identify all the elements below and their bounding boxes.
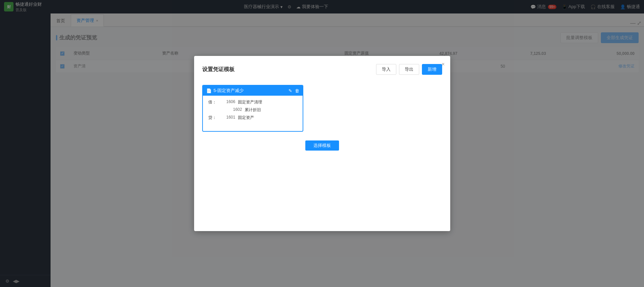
import-button[interactable]: 导入 [376,64,396,75]
template-card: 📄 5-固定资产减少 ✎ 🗑 借： 1606 固定资产清理 [202,85,303,132]
modal-header: 设置凭证模板 导入 导出 新增 [202,64,442,75]
entry-code-1: 1606 [226,99,236,105]
entry-account-2: 累计折旧 [243,107,302,113]
modal-close-button[interactable]: × [441,61,444,67]
template-card-header-left: 📄 5-固定资产减少 [206,88,244,94]
modal-actions: 导入 导出 新增 [376,64,442,75]
template-row-1: 借： 1606 固定资产清理 [203,98,303,106]
entry-account-3: 固定资产 [237,115,302,121]
entry-account-1: 固定资产清理 [237,99,302,105]
select-template-button[interactable]: 选择模板 [305,140,339,151]
edit-template-icon[interactable]: ✎ [288,88,292,93]
entry-side-3: 贷： [203,115,226,121]
template-area: 📄 5-固定资产减少 ✎ 🗑 借： 1606 固定资产清理 [202,82,442,135]
template-row-3: 贷： 1601 固定资产 [203,114,303,122]
template-name: 5-固定资产减少 [214,88,244,94]
modal-overlay: × 设置凭证模板 导入 导出 新增 📄 5-固定资产减少 ✎ [0,0,644,287]
template-row-2: 1602 累计折旧 [203,106,303,114]
entry-code-2: 1602 [233,107,242,113]
template-card-body: 借： 1606 固定资产清理 1602 累计折旧 贷： 1601 固定资产 [203,96,303,131]
new-button[interactable]: 新增 [422,64,442,75]
entry-side-1: 借： [203,99,226,105]
template-card-header: 📄 5-固定资产减少 ✎ 🗑 [203,86,303,96]
template-row-empty [203,122,303,128]
delete-template-icon[interactable]: 🗑 [295,88,299,93]
modal-title: 设置凭证模板 [202,66,235,73]
template-card-header-right: ✎ 🗑 [288,88,299,93]
entry-code-3: 1601 [226,115,236,121]
template-file-icon: 📄 [206,88,212,93]
select-template-container: 选择模板 [202,140,442,151]
modal-dialog: × 设置凭证模板 导入 导出 新增 📄 5-固定资产减少 ✎ [194,56,450,231]
entry-side-2 [203,107,226,113]
export-button[interactable]: 导出 [399,64,419,75]
